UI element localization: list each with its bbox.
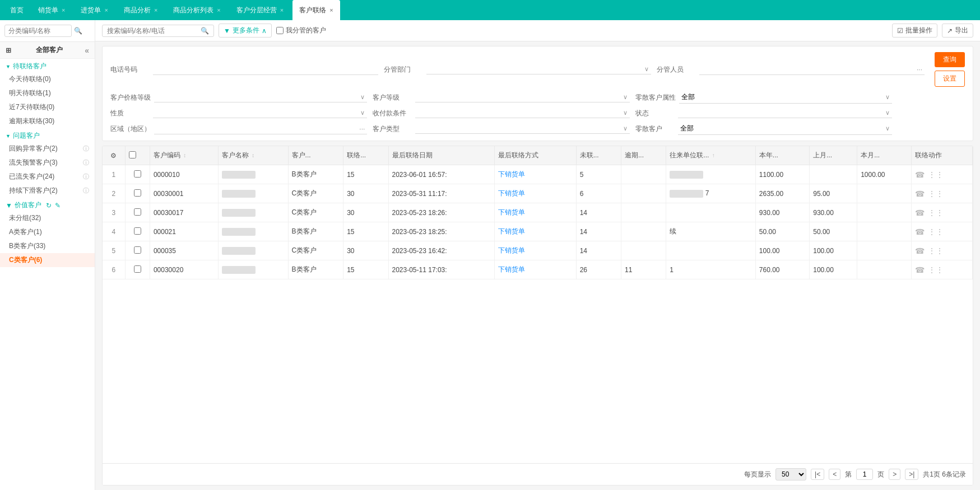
next-page-btn[interactable]: > <box>889 469 900 480</box>
manager-select[interactable]: ··· <box>699 64 925 75</box>
page-size-select[interactable]: 50 20 100 <box>775 468 806 480</box>
cell-checkbox-3[interactable] <box>125 222 150 241</box>
sidebar-item-churned[interactable]: 已流失客户(24) ⓘ <box>0 170 95 184</box>
row-checkbox-2[interactable] <box>134 208 141 216</box>
nav-customer-segment-close[interactable]: × <box>280 7 284 13</box>
prev-page-btn[interactable]: < <box>829 469 840 480</box>
sidebar-item-repurchase-abnormal[interactable]: 回购异常客户(2) ⓘ <box>0 142 95 156</box>
retail-attr-select[interactable]: 全部 ∨ <box>679 91 892 104</box>
all-customers-header[interactable]: ⊞ 全部客户 « <box>0 42 95 59</box>
table-scroll-area[interactable]: ⚙ 客户编码 ↕ 客户名称 ↕ 客户... 联络... 最后联络日期 最后联络方… <box>103 146 973 463</box>
phone-icon-0[interactable]: ☎ <box>915 170 925 179</box>
region-select[interactable]: ··· <box>154 124 367 134</box>
row-checkbox-3[interactable] <box>134 227 141 235</box>
nav-sales-close[interactable]: × <box>62 7 65 13</box>
sidebar-item-churn-warning[interactable]: 流失预警客户(3) ⓘ <box>0 156 95 170</box>
batch-btn[interactable]: ☑ 批量操作 <box>892 24 937 38</box>
sidebar-item-c-customer[interactable]: C类客户(6) <box>0 253 95 267</box>
nav-goods-list-close[interactable]: × <box>217 7 220 13</box>
search-icon[interactable]: 🔍 <box>201 27 209 35</box>
nav-customer-contact[interactable]: 客户联络 × <box>292 0 340 20</box>
contact-method-link-1[interactable]: 下销货单 <box>498 189 525 197</box>
row-checkbox-0[interactable] <box>134 170 141 178</box>
th-settings[interactable]: ⚙ <box>103 146 125 165</box>
sidebar-item-a-customer[interactable]: A类客户(1) <box>0 225 95 239</box>
first-page-btn[interactable]: |< <box>811 469 824 480</box>
cell-checkbox-5[interactable] <box>125 260 150 279</box>
th-last-month[interactable]: 上月... <box>810 146 857 165</box>
payment-select[interactable]: ∨ <box>415 108 629 118</box>
nav-purchase-close[interactable]: × <box>104 7 108 13</box>
export-btn[interactable]: ↗ 导出 <box>942 24 973 38</box>
th-overdue[interactable]: 逾期... <box>621 146 666 165</box>
contact-method-link-3[interactable]: 下销货单 <box>498 227 525 235</box>
cell-last-method-2[interactable]: 下销货单 <box>495 203 576 222</box>
nav-purchase[interactable]: 进货单 × <box>74 0 114 20</box>
phone-icon-3[interactable]: ☎ <box>915 227 925 236</box>
collapse-icon[interactable]: « <box>85 46 89 55</box>
retail-customer-select[interactable]: 全部 ∨ <box>678 123 892 135</box>
status-select[interactable]: ∨ <box>678 108 892 118</box>
contact-method-link-2[interactable]: 下销货单 <box>498 208 525 216</box>
th-trade-unit[interactable]: 往来单位联... ↑ <box>666 146 756 165</box>
phone-input[interactable] <box>153 64 378 75</box>
nav-home[interactable]: 首页 <box>4 0 29 20</box>
more-icon-3[interactable]: ⋮⋮ <box>928 227 944 236</box>
phone-icon-2[interactable]: ☎ <box>915 208 925 217</box>
th-code[interactable]: 客户编码 ↕ <box>150 146 218 165</box>
th-last-method[interactable]: 最后联络方式 <box>495 146 576 165</box>
price-grade-select[interactable]: ∨ <box>154 92 367 102</box>
sidebar-item-b-customer[interactable]: B类客户(33) <box>0 239 95 253</box>
nav-goods-analysis[interactable]: 商品分析 × <box>117 0 164 20</box>
th-contact[interactable]: 联络... <box>343 146 388 165</box>
sidebar-item-tomorrow[interactable]: 明天待联络(1) <box>0 86 95 100</box>
page-number-input[interactable] <box>856 469 873 480</box>
sidebar-item-overdue[interactable]: 逾期未联络(30) <box>0 114 95 128</box>
cell-checkbox-4[interactable] <box>125 241 150 260</box>
row-checkbox-4[interactable] <box>134 246 141 254</box>
cell-last-method-0[interactable]: 下销货单 <box>495 165 576 184</box>
phone-icon-1[interactable]: ☎ <box>915 189 925 198</box>
more-icon-0[interactable]: ⋮⋮ <box>928 170 944 179</box>
more-icon-1[interactable]: ⋮⋮ <box>928 189 944 198</box>
grade-select[interactable]: ∨ <box>415 92 629 102</box>
dept-select[interactable]: ∨ <box>426 64 652 74</box>
th-type[interactable]: 客户... <box>288 146 343 165</box>
th-last-date[interactable]: 最后联络日期 <box>388 146 495 165</box>
more-icon-4[interactable]: ⋮⋮ <box>928 246 944 255</box>
th-this-year[interactable]: 本年... <box>755 146 809 165</box>
th-name[interactable]: 客户名称 ↕ <box>218 146 288 165</box>
last-page-btn[interactable]: >| <box>905 469 918 480</box>
edit-icon[interactable]: ✎ <box>55 202 61 209</box>
my-customers-checkbox-label[interactable]: 我分管的客户 <box>276 26 326 35</box>
cell-last-method-3[interactable]: 下销货单 <box>495 222 576 241</box>
settings-icon[interactable]: ⚙ <box>110 152 117 160</box>
sidebar-item-7days[interactable]: 近7天待联络(0) <box>0 100 95 114</box>
nature-select[interactable]: ∨ <box>153 108 367 118</box>
nav-goods-analysis-close[interactable]: × <box>154 7 157 13</box>
more-conditions-btn[interactable]: ▼ 更多条件 ∧ <box>219 24 272 38</box>
query-button[interactable]: 查询 <box>935 52 965 67</box>
more-icon-2[interactable]: ⋮⋮ <box>928 208 944 217</box>
cell-checkbox-2[interactable] <box>125 203 150 222</box>
contact-method-link-5[interactable]: 下销货单 <box>498 265 525 273</box>
my-customers-checkbox[interactable] <box>276 27 284 34</box>
select-all-checkbox[interactable] <box>129 151 136 158</box>
cell-checkbox-0[interactable] <box>125 165 150 184</box>
contact-method-link-4[interactable]: 下销货单 <box>498 246 525 254</box>
sidebar-search-input[interactable] <box>4 25 72 37</box>
cell-last-method-1[interactable]: 下销货单 <box>495 184 576 203</box>
contact-method-link-0[interactable]: 下销货单 <box>498 170 525 178</box>
sidebar-item-unclassified[interactable]: 未分组(32) <box>0 211 95 225</box>
customer-type-select[interactable]: ∨ <box>415 124 629 134</box>
nav-sales[interactable]: 销货单 × <box>31 0 72 20</box>
phone-icon-4[interactable]: ☎ <box>915 246 925 255</box>
th-not-contact[interactable]: 未联... <box>576 146 621 165</box>
cell-checkbox-1[interactable] <box>125 184 150 203</box>
setting-button[interactable]: 设置 <box>935 71 965 87</box>
nav-customer-contact-close[interactable]: × <box>329 7 333 13</box>
sidebar-search-icon[interactable]: 🔍 <box>74 27 82 35</box>
phone-icon-5[interactable]: ☎ <box>915 265 925 274</box>
row-checkbox-5[interactable] <box>134 265 141 273</box>
sidebar-item-today[interactable]: 今天待联络(0) <box>0 72 95 86</box>
